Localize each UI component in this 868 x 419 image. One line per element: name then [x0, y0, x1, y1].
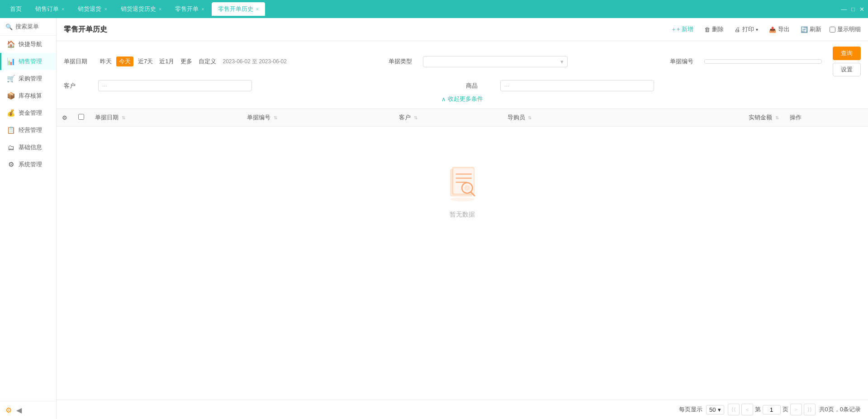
window-maximize[interactable]: □	[851, 6, 855, 13]
sidebar-item-system[interactable]: ⚙ 系统管理	[0, 156, 56, 173]
col-no: 单据编号 ⇅	[242, 109, 394, 127]
tab-sales-order[interactable]: 销售订单 ×	[29, 2, 71, 16]
settings-button[interactable]: 设置	[833, 63, 861, 76]
quick-nav-icon: 🏠	[7, 40, 15, 48]
page-last-btn[interactable]: ⟩⟩	[804, 404, 816, 415]
date-tab-today[interactable]: 今天	[116, 56, 133, 66]
date-tab-custom[interactable]: 自定义	[197, 56, 218, 66]
filter-area: 单据日期 昨天 今天 近7天 近1月 更多 自定义 2023-06-02 至 2…	[57, 41, 868, 109]
print-icon: 🖨	[735, 26, 740, 33]
empty-state: 暂无数据	[57, 127, 868, 255]
delete-button[interactable]: 🗑 删除	[702, 24, 726, 35]
sort-no-icon[interactable]: ⇅	[274, 115, 277, 120]
show-detail-input[interactable]	[830, 27, 835, 33]
customer-input[interactable]: ···	[98, 80, 252, 91]
show-detail-checkbox[interactable]: 显示明细	[830, 25, 861, 33]
col-ops: 操作	[784, 109, 868, 127]
export-button[interactable]: 📤 导出	[766, 24, 792, 35]
bill-type-select[interactable]: ▾	[423, 56, 568, 67]
sort-guide-icon[interactable]: ⇅	[528, 115, 531, 120]
sidebar-item-operations[interactable]: 📋 经营管理	[0, 122, 56, 139]
export-icon: 📤	[769, 26, 776, 33]
sidebar-settings-icon[interactable]: ⚙	[5, 406, 12, 414]
date-tab-yesterday[interactable]: 昨天	[98, 56, 114, 66]
search-icon: 🔍	[5, 24, 13, 30]
goods-input[interactable]: ···	[500, 80, 654, 91]
content-area: 零售开单历史 ＋ + 新增 🗑 删除 🖨 打印 ▾ 📤 导出	[57, 18, 868, 419]
page-header: 零售开单历史 ＋ + 新增 🗑 删除 🖨 打印 ▾ 📤 导出	[57, 18, 868, 41]
tab-close-retail-open[interactable]: ×	[201, 6, 204, 12]
empty-cell: 暂无数据	[57, 127, 868, 255]
goods-label: 商品	[466, 82, 493, 90]
finance-icon: 💰	[7, 109, 15, 117]
col-date: 单据日期 ⇅	[90, 109, 242, 127]
sidebar-bottom: ⚙ ◀	[0, 401, 56, 419]
tab-bar-right: — □ ✕	[841, 6, 864, 13]
tab-retail-open[interactable]: 零售开单 ×	[169, 2, 210, 16]
bill-type-label: 单据类型	[389, 57, 416, 66]
page-nav: ⟨⟨ ＜ 第 页 ＞ ⟩⟩	[728, 404, 816, 415]
bill-no-input[interactable]	[704, 59, 822, 64]
sidebar-item-purchase-mgmt[interactable]: 🛒 采购管理	[0, 70, 56, 87]
tab-home[interactable]: 首页	[4, 2, 28, 16]
collapse-button[interactable]: ∧ 收起更多条件	[64, 95, 861, 103]
sidebar-search[interactable]: 🔍 搜索菜单	[0, 18, 56, 36]
refresh-icon: 🔄	[801, 26, 808, 33]
main-layout: 🔍 搜索菜单 🏠 快捷导航 📊 销售管理 🛒 采购管理 📦 库存核算 💰 资金管…	[0, 18, 868, 419]
total-info: 共0页，0条记录	[819, 405, 861, 414]
col-amount: 实销金额 ⇅	[632, 109, 784, 127]
sort-customer-icon[interactable]: ⇅	[414, 115, 417, 120]
query-button[interactable]: 查询	[833, 47, 861, 60]
col-check[interactable]	[73, 109, 90, 127]
select-all-checkbox[interactable]	[78, 114, 84, 120]
purchase-mgmt-icon: 🛒	[7, 75, 15, 83]
window-minimize[interactable]: —	[841, 6, 847, 13]
sidebar-item-finance[interactable]: 💰 资金管理	[0, 104, 56, 122]
sort-date-icon[interactable]: ⇅	[122, 115, 125, 120]
empty-text: 暂无数据	[450, 211, 475, 219]
sidebar-item-basic-info[interactable]: 🗂 基础信息	[0, 139, 56, 156]
svg-point-8	[465, 185, 470, 191]
pagination: 每页显示 50 ▾ ⟨⟨ ＜ 第 页 ＞ ⟩⟩ 共0页，0条记录	[57, 400, 868, 419]
per-page-select[interactable]: 50 ▾	[706, 405, 724, 414]
date-filter-label: 单据日期	[64, 57, 91, 66]
tab-sales-return-history[interactable]: 销货退货历史 ×	[114, 2, 168, 16]
table-settings-icon[interactable]: ⚙	[62, 114, 67, 121]
bill-no-label: 单据编号	[670, 57, 697, 66]
date-tab-7days[interactable]: 近7天	[136, 56, 155, 66]
per-page-label: 每页显示	[679, 405, 702, 414]
sort-amount-icon[interactable]: ⇅	[775, 115, 779, 120]
date-tab-1month[interactable]: 近1月	[157, 56, 176, 66]
refresh-button[interactable]: 🔄 刷新	[798, 24, 824, 35]
sidebar-item-quick-nav[interactable]: 🏠 快捷导航	[0, 36, 56, 53]
col-settings[interactable]: ⚙	[57, 109, 73, 127]
sidebar-item-sales-mgmt[interactable]: 📊 销售管理	[0, 53, 56, 70]
bill-type-dropdown-icon: ▾	[560, 58, 564, 65]
page-number-input[interactable]	[763, 405, 781, 414]
operations-icon: 📋	[7, 126, 15, 134]
col-guide: 导购员 ⇅	[502, 109, 632, 127]
add-button[interactable]: ＋ + 新增	[668, 24, 696, 35]
page-label: 第	[755, 405, 761, 414]
tab-close-sales-return-history[interactable]: ×	[159, 6, 161, 12]
sidebar-item-inventory[interactable]: 📦 库存核算	[0, 87, 56, 104]
empty-illustration	[442, 163, 483, 203]
tab-close-retail-history[interactable]: ×	[256, 6, 259, 12]
sidebar-collapse-icon[interactable]: ◀	[16, 406, 22, 414]
page-first-btn[interactable]: ⟨⟨	[728, 404, 740, 415]
page-next-btn[interactable]: ＞	[790, 404, 802, 415]
table-header-row: ⚙ 单据日期 ⇅ 单据编号 ⇅	[57, 109, 868, 127]
window-close[interactable]: ✕	[859, 6, 864, 13]
tab-retail-history[interactable]: 零售开单历史 ×	[212, 2, 265, 16]
customer-label: 客户	[64, 82, 91, 90]
page-prev-btn[interactable]: ＜	[741, 404, 753, 415]
filter-row-2: 客户 ··· 商品 ···	[64, 80, 861, 91]
add-icon: ＋	[671, 25, 677, 33]
tab-close-sales-return[interactable]: ×	[104, 6, 107, 12]
date-tab-more[interactable]: 更多	[179, 56, 194, 66]
delete-icon: 🗑	[704, 26, 710, 33]
print-button[interactable]: 🖨 打印 ▾	[732, 24, 761, 35]
tab-close-sales-order[interactable]: ×	[62, 6, 64, 12]
col-customer: 客户 ⇅	[394, 109, 502, 127]
tab-sales-return[interactable]: 销货退货 ×	[71, 2, 113, 16]
